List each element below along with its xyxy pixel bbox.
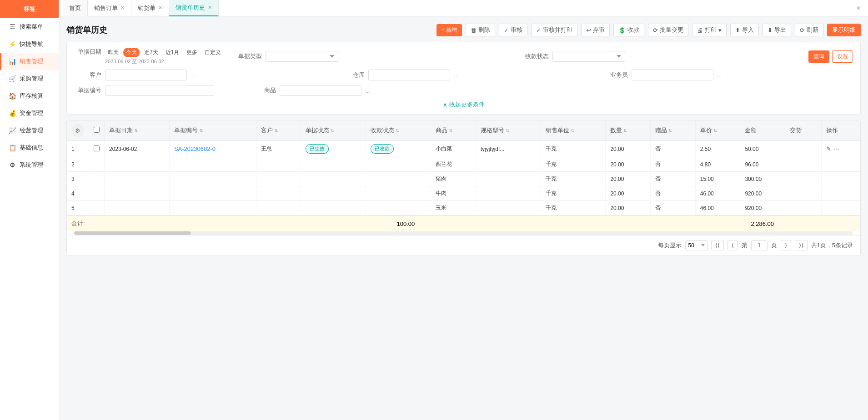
cell-pay-status [366, 157, 431, 172]
1month-btn[interactable]: 近1月 [163, 48, 182, 57]
settings-button[interactable]: 设置 [832, 50, 853, 63]
th-qty: 数量 ⇅ [606, 120, 651, 141]
7days-btn[interactable]: 近7天 [141, 48, 161, 57]
audit-print-button[interactable]: ✓ 审核并打印 [531, 24, 577, 36]
show-detail-button[interactable]: 显示明细 [827, 24, 861, 36]
refresh-button[interactable]: ⟳ 刷新 [795, 24, 823, 36]
refresh-icon: ⟳ [800, 27, 805, 34]
per-page-select[interactable]: 50 100 [685, 240, 707, 250]
sidebar-item-label: 快捷导航 [20, 40, 43, 48]
sidebar-item-label: 系统管理 [20, 161, 43, 169]
select-all-checkbox[interactable] [94, 127, 100, 133]
next-page-button[interactable]: ⟩ [781, 240, 791, 250]
close-icon[interactable]: ✕ [120, 5, 125, 11]
export-button[interactable]: ⬇ 导出 [763, 24, 791, 36]
edit-icon[interactable]: ✎ [826, 145, 831, 152]
cell-unit: 千克 [541, 201, 606, 215]
sidebar-item-inventory[interactable]: 🏠 库存核算 [0, 87, 59, 105]
finance-icon: 💰 [9, 110, 16, 117]
cell-doc-no [169, 157, 256, 172]
cell-unit: 千克 [541, 172, 606, 186]
tab-sales-order[interactable]: 销售订单 ✕ [88, 0, 131, 16]
page-label2: 页 [771, 241, 777, 250]
horizontal-scrollbar[interactable] [74, 231, 853, 235]
sidebar-item-quick-nav[interactable]: ⚡ 快捷导航 [0, 35, 59, 53]
cell-no: 3 [67, 172, 89, 186]
close-all-tabs-button[interactable]: ✕ [853, 5, 864, 11]
sort-icon: ⇅ [623, 128, 627, 133]
cell-price: 15.00 [695, 172, 740, 186]
print-button[interactable]: 🖨 打印 ▾ [692, 24, 727, 36]
cell-price: 4.80 [695, 157, 740, 172]
cell-ops [821, 157, 860, 172]
cell-goods: 小白菜 [431, 141, 476, 157]
doc-no-link[interactable]: SA-20230602-0 [174, 145, 216, 152]
tab-sales-delivery[interactable]: 销货单 ✕ [131, 0, 169, 16]
table-settings-icon[interactable]: ⚙ [71, 124, 84, 137]
main-content: 首页 销售订单 ✕ 销货单 ✕ 销货单历史 ✕ ✕ 销货单历史 + 新增 🗑 删… [59, 0, 868, 420]
pay-status-badge: 已收款 [371, 144, 394, 154]
new-button[interactable]: + 新增 [437, 24, 462, 36]
cell-price: 46.00 [695, 186, 740, 201]
doc-type-select[interactable] [266, 51, 338, 62]
warehouse-dots[interactable]: ... [454, 72, 459, 79]
yesterday-btn[interactable]: 昨天 [105, 48, 121, 57]
staff-label: 业务员 [601, 71, 628, 79]
today-btn[interactable]: 今天 [123, 48, 140, 57]
sidebar-item-finance[interactable]: 💰 资金管理 [0, 105, 59, 122]
delete-button[interactable]: 🗑 删除 [466, 24, 495, 36]
sort-icon: ⇅ [199, 128, 203, 133]
tab-sales-history-label: 销货单历史 [176, 4, 205, 12]
collapse-button[interactable]: ∧ 收起更多条件 [74, 100, 853, 109]
sidebar-item-basic-info[interactable]: 📋 基础信息 [0, 139, 59, 156]
content-area: 销货单历史 + 新增 🗑 删除 ✓ 审核 ✓ 审核并打印 ↩ 弃审 [59, 16, 868, 420]
more-ops-icon[interactable]: ⋯ [834, 145, 840, 152]
import-button[interactable]: ⬆ 导入 [730, 24, 759, 36]
close-icon[interactable]: ✕ [208, 5, 212, 10]
staff-input[interactable] [632, 70, 713, 80]
th-ops: 操作 [821, 120, 860, 141]
table-container: ⚙ 单据日期 ⇅ 单据编号 [66, 120, 861, 255]
sidebar-item-sales-mgmt[interactable]: 📊 销售管理 [0, 53, 59, 70]
th-gift: 赠品 ⇅ [651, 120, 696, 141]
collect-button[interactable]: 💲 收款 [613, 24, 644, 36]
customer-input[interactable] [105, 70, 187, 80]
sidebar-item-sys-mgmt[interactable]: ⚙ 系统管理 [0, 156, 59, 174]
audit-button[interactable]: ✓ 审核 [499, 24, 527, 36]
page-input[interactable] [751, 240, 768, 250]
tab-sales-history[interactable]: 销货单历史 ✕ [169, 0, 219, 16]
staff-dots[interactable]: ... [717, 72, 722, 79]
sidebar-item-ops[interactable]: 📈 经营管理 [0, 122, 59, 139]
warehouse-input[interactable] [368, 70, 450, 80]
cell-checkbox [89, 157, 105, 172]
customer-dots[interactable]: ... [191, 72, 196, 79]
row-checkbox[interactable] [94, 145, 100, 151]
sidebar-item-purchase-mgmt[interactable]: 🛒 采购管理 [0, 70, 59, 87]
more-btn[interactable]: 更多 [184, 48, 200, 57]
chevron-up-icon: ∧ [443, 101, 447, 108]
first-page-button[interactable]: ⟨⟨ [711, 240, 724, 250]
prev-page-button[interactable]: ⟨ [728, 240, 738, 250]
sidebar-item-search-menu[interactable]: ☰ 搜索菜单 [0, 18, 59, 35]
tab-home[interactable]: 首页 [63, 0, 88, 16]
last-page-button[interactable]: ⟩⟩ [795, 240, 808, 250]
goods-input[interactable] [280, 85, 361, 96]
cell-no: 2 [67, 157, 89, 172]
query-button[interactable]: 查询 [808, 50, 829, 63]
doc-no-label: 单据编号 [74, 86, 101, 95]
batch-change-button[interactable]: ⟳ 批量变更 [648, 24, 688, 36]
abandon-button[interactable]: ↩ 弃审 [581, 24, 610, 36]
cell-customer: 王总 [256, 141, 301, 157]
cell-doc-status [301, 172, 366, 186]
doc-status-badge: 已生效 [306, 144, 329, 154]
filter-row-1: 单据日期 昨天 今天 近7天 近1月 更多 自定义 2023-06-02 至 2… [74, 48, 853, 65]
pay-status-select[interactable] [552, 51, 625, 62]
purchase-icon: 🛒 [9, 75, 16, 82]
cell-goods: 牛肉 [431, 186, 476, 201]
cell-customer [256, 172, 301, 186]
sidebar-item-label: 销售管理 [20, 57, 43, 65]
close-icon[interactable]: ✕ [158, 5, 162, 11]
doc-no-input[interactable] [105, 85, 214, 96]
custom-btn[interactable]: 自定义 [202, 48, 224, 57]
goods-dots[interactable]: ... [365, 87, 370, 94]
